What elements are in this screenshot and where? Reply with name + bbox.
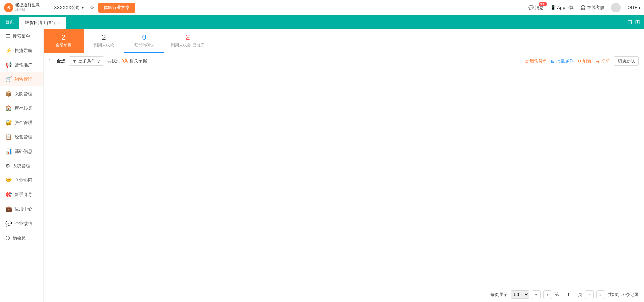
wechat-icon: 💬 bbox=[5, 220, 12, 227]
sidebar-item-label: 销售管理 bbox=[15, 76, 32, 82]
sidebar-item-label: 应用中心 bbox=[15, 206, 32, 212]
toolbar-right: + 新增销货单 ⊞ 批量操作 ↻ 刷新 🖨 打印 切换新版 bbox=[522, 56, 639, 66]
company-name: XXXXXX公司 bbox=[54, 5, 80, 11]
found-count: 0条 bbox=[122, 58, 128, 63]
enterprise-coop-icon: 🤝 bbox=[5, 177, 12, 183]
logo-area: 6 畅捷通好生意 标准版 bbox=[4, 3, 48, 13]
sidebar-item-enterprise-wechat[interactable]: 💬 企业微信 bbox=[0, 216, 43, 231]
filter-button[interactable]: ▼ 更多条件 ∨ bbox=[69, 56, 104, 66]
print-icon: 🖨 bbox=[595, 59, 600, 64]
minimize-icon[interactable]: ⊟ bbox=[627, 18, 632, 26]
sidebar-item-enterprise-coop[interactable]: 🤝 企业协同 bbox=[0, 173, 43, 187]
per-page-select[interactable]: 50 20 100 bbox=[511, 290, 529, 299]
quick-nav-icon: ⚡ bbox=[5, 47, 12, 54]
sidebar-item-label: 基础信息 bbox=[15, 148, 32, 155]
chevron-down-icon: ▾ bbox=[82, 5, 84, 10]
sidebar-item-quick-nav[interactable]: ⚡ 快捷导航 bbox=[0, 43, 43, 58]
sidebar-item-purchase[interactable]: 📦 采购管理 bbox=[0, 86, 43, 101]
sidebar-item-capital[interactable]: 🔐 资金管理 bbox=[0, 115, 43, 130]
sidebar-item-basic-info[interactable]: 📊 基础信息 bbox=[0, 144, 43, 159]
nav-expand-buttons: ⊟ ⊞ bbox=[623, 18, 644, 26]
message-button[interactable]: 💬 消息 99+ bbox=[528, 5, 544, 11]
sidebar-item-app-center[interactable]: 💼 应用中心 bbox=[0, 202, 43, 216]
filter-icon: ▼ bbox=[72, 59, 77, 64]
tab-workbench-label: 钱货日清工作台 bbox=[25, 20, 55, 26]
sidebar-item-label: 库存核算 bbox=[15, 105, 32, 111]
add-sales-order-button[interactable]: + 新增销货单 bbox=[522, 58, 547, 64]
sidebar-item-operations[interactable]: 📋 经营管理 bbox=[0, 130, 43, 144]
search-menu-icon: ☰ bbox=[5, 33, 10, 39]
stat-label-overdue: 到期未收款 bbox=[91, 42, 117, 48]
capital-icon: 🔐 bbox=[5, 119, 12, 126]
online-service-button[interactable]: 🎧 在线客服 bbox=[580, 5, 604, 11]
trial-button[interactable]: 体验行业方案 bbox=[98, 3, 135, 13]
username[interactable]: OfTEn bbox=[627, 5, 640, 10]
sidebar-item-system[interactable]: ⚙ 系统管理 bbox=[0, 159, 43, 173]
stat-tab-all[interactable]: 2 全部单据 bbox=[44, 29, 84, 53]
first-page-button[interactable]: « bbox=[532, 290, 541, 299]
refresh-button[interactable]: ↻ 刷新 bbox=[578, 58, 591, 64]
next-page-button[interactable]: › bbox=[585, 290, 594, 299]
sidebar-item-vip[interactable]: ⬡ 畅会员 bbox=[0, 231, 43, 245]
top-right-actions: 💬 消息 99+ 📱 App下载 🎧 在线客服 OfTEn bbox=[528, 3, 640, 12]
sidebar-item-sales[interactable]: 🛒 销售管理 bbox=[0, 72, 43, 86]
settings-button[interactable]: ⚙ bbox=[90, 4, 94, 11]
stat-label-shipped: 到期未收款 已出库 bbox=[171, 42, 204, 48]
sidebar-item-search-menu[interactable]: ☰ 搜索菜单 bbox=[0, 29, 43, 43]
sidebar-item-label: 新手引导 bbox=[15, 192, 32, 198]
refresh-icon: ↻ bbox=[578, 59, 581, 64]
page-input[interactable] bbox=[562, 291, 575, 298]
refresh-label: 刷新 bbox=[583, 58, 591, 64]
sidebar-item-marketing[interactable]: 📢 营销推广 bbox=[0, 58, 43, 72]
table-area bbox=[44, 69, 644, 287]
switch-version-button[interactable]: 切换新版 bbox=[614, 56, 639, 66]
avatar[interactable] bbox=[611, 3, 621, 12]
stat-tab-shipped[interactable]: 2 到期未收款 已出库 bbox=[164, 29, 211, 53]
inventory-icon: 🏠 bbox=[5, 105, 12, 111]
select-all-label: 全选 bbox=[57, 58, 65, 64]
stat-number-overdue: 2 bbox=[91, 33, 117, 42]
tab-close-icon[interactable]: ✕ bbox=[57, 20, 61, 25]
sidebar-item-label: 企业微信 bbox=[15, 221, 32, 227]
print-button[interactable]: 🖨 打印 bbox=[595, 58, 610, 64]
prev-page-button[interactable]: ‹ bbox=[543, 290, 552, 299]
sidebar-item-guide[interactable]: 🎯 新手引导 bbox=[0, 187, 43, 202]
stat-number-pending: 0 bbox=[131, 33, 157, 42]
batch-icon: ⊞ bbox=[551, 59, 555, 64]
sidebar-item-label: 采购管理 bbox=[15, 91, 32, 97]
stats-tabs: 2 全部单据 2 到期未收款 0 旺铺待确认 2 到期未收款 已出库 bbox=[44, 29, 644, 53]
print-label: 打印 bbox=[601, 58, 610, 64]
last-page-button[interactable]: » bbox=[596, 290, 605, 299]
total-info: 共0页，0条记录 bbox=[608, 292, 639, 298]
tab-home[interactable]: 首页 bbox=[0, 15, 19, 29]
per-page-label: 每页显示 bbox=[490, 292, 508, 298]
operations-icon: 📋 bbox=[5, 134, 12, 140]
marketing-icon: 📢 bbox=[5, 62, 12, 68]
batch-label: 批量操作 bbox=[556, 58, 574, 64]
sidebar-item-label: 营销推广 bbox=[15, 62, 32, 68]
stat-number-all: 2 bbox=[50, 33, 77, 42]
select-all-checkbox[interactable] bbox=[49, 59, 53, 63]
logo-text: 畅捷通好生意 bbox=[15, 3, 40, 8]
found-suffix: 相关单据 bbox=[129, 58, 147, 63]
sidebar-item-label: 企业协同 bbox=[15, 177, 32, 183]
batch-operation-button[interactable]: ⊞ 批量操作 bbox=[551, 58, 574, 64]
maximize-icon[interactable]: ⊞ bbox=[635, 18, 640, 26]
sidebar-item-inventory[interactable]: 🏠 库存核算 bbox=[0, 101, 43, 115]
stat-tab-pending[interactable]: 0 旺铺待确认 bbox=[124, 29, 164, 53]
sidebar-item-label: 搜索菜单 bbox=[13, 33, 30, 39]
found-text: 共找到 0条 相关单据 bbox=[107, 58, 147, 64]
vip-icon: ⬡ bbox=[5, 235, 10, 241]
chevron-filter-icon: ∨ bbox=[97, 59, 100, 64]
service-label: 在线客服 bbox=[587, 5, 604, 11]
basic-info-icon: 📊 bbox=[5, 148, 12, 155]
tab-workbench[interactable]: 钱货日清工作台 ✕ bbox=[19, 17, 66, 29]
app-download-button[interactable]: 📱 App下载 bbox=[550, 5, 574, 11]
sidebar-item-label: 经营管理 bbox=[15, 134, 32, 140]
app-label: App下载 bbox=[557, 5, 574, 11]
main-layout: ☰ 搜索菜单 ⚡ 快捷导航 📢 营销推广 🛒 销售管理 📦 采购管理 🏠 库存核… bbox=[0, 29, 644, 302]
guide-icon: 🎯 bbox=[5, 191, 12, 198]
stat-tab-overdue[interactable]: 2 到期未收款 bbox=[84, 29, 124, 53]
company-selector[interactable]: XXXXXX公司 ▾ bbox=[51, 3, 87, 12]
sidebar-item-label: 畅会员 bbox=[13, 235, 26, 241]
